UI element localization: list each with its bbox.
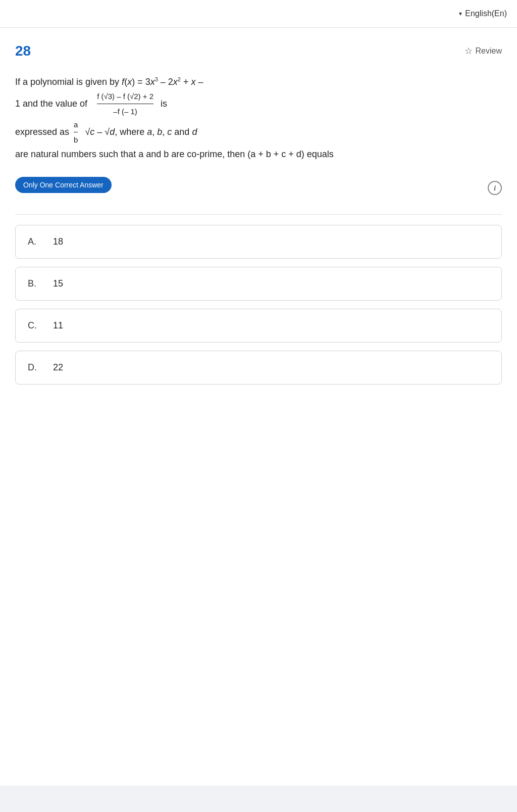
question-body: If a polynomial is given by f(x) = 3x3 –… xyxy=(15,74,502,162)
option-c-label: C. xyxy=(28,320,43,331)
option-c-value: 11 xyxy=(53,320,63,331)
fraction-b: b xyxy=(74,132,78,147)
divider xyxy=(15,214,502,215)
option-b-label: B. xyxy=(28,278,43,289)
question-text-part2: 1 and the value of xyxy=(15,98,92,108)
main-content: 28 ☆ Review If a polynomial is given by … xyxy=(0,28,517,786)
option-a-label: A. xyxy=(28,236,43,247)
fraction-a: a xyxy=(74,118,78,133)
only-one-correct-badge: Only One Correct Answer xyxy=(15,177,112,193)
option-a[interactable]: A. 18 xyxy=(15,225,502,259)
question-text-expression: √c – √d, where a, b, c and d xyxy=(82,126,197,136)
question-text-part4: expressed as xyxy=(15,126,72,136)
fraction: f (√3) – f (√2) + 2 –f (– 1) xyxy=(97,90,153,118)
language-label: English(En) xyxy=(465,9,507,18)
option-d-label: D. xyxy=(28,362,43,373)
fraction-ab: a b xyxy=(74,118,78,147)
star-icon: ☆ xyxy=(464,45,473,57)
option-b[interactable]: B. 15 xyxy=(15,267,502,301)
language-selector[interactable]: ▾ English(En) xyxy=(459,9,507,18)
top-bar: ▾ English(En) xyxy=(0,0,517,28)
option-c[interactable]: C. 11 xyxy=(15,309,502,343)
review-button[interactable]: ☆ Review xyxy=(464,45,502,57)
info-icon[interactable]: i xyxy=(488,181,502,195)
question-text-is: is xyxy=(158,98,167,108)
question-header: 28 ☆ Review xyxy=(15,43,502,59)
review-label: Review xyxy=(476,46,502,56)
option-d-value: 22 xyxy=(53,362,63,373)
question-number: 28 xyxy=(15,43,31,59)
badge-row: Only One Correct Answer i xyxy=(15,177,502,199)
fraction-denominator: –f (– 1) xyxy=(113,104,137,118)
option-b-value: 15 xyxy=(53,278,63,289)
question-text-part1: If a polynomial is given by f(x) = 3x3 –… xyxy=(15,77,203,87)
option-d[interactable]: D. 22 xyxy=(15,351,502,385)
option-a-value: 18 xyxy=(53,236,63,247)
chevron-down-icon: ▾ xyxy=(459,10,462,17)
fraction-numerator: f (√3) – f (√2) + 2 xyxy=(97,90,153,105)
question-text-part6: are natural numbers such that a and b ar… xyxy=(15,149,334,159)
